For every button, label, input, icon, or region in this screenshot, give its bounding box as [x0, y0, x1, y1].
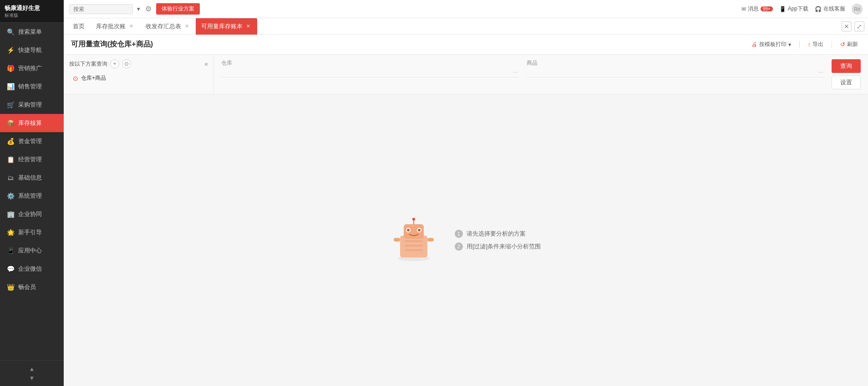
topbar: ▾ ⚙ 体验行业方案 ✉ 消息 99+ 📱 App下载 🎧 在线客服 Rit — [64, 0, 868, 18]
marketing-icon: 🎁 — [6, 64, 15, 72]
sidebar-item-newbie[interactable]: 🌟新手引导 — [0, 223, 64, 242]
empty-state: 1 请先选择要分析的方案 2 用[过滤]条件来缩小分析范围 — [64, 94, 868, 386]
tab-send-summary[interactable]: 收发存汇总表✕ — [140, 18, 196, 35]
message-label: 消息 — [748, 5, 759, 13]
sidebar-scroll-up[interactable]: ▲ — [0, 364, 64, 373]
enterprise-icon: 🏢 — [6, 210, 15, 218]
refresh-btn[interactable]: ↺ 刷新 — [838, 39, 861, 50]
sidebar: 畅康通好生意 标准版 🔍搜索菜单⚡快捷导航🎁营销推广📊销售管理🛒采购管理📦库存核… — [0, 0, 64, 386]
sidebar-item-sales[interactable]: 📊销售管理 — [0, 77, 64, 96]
export-btn[interactable]: ↑ 导出 — [805, 39, 827, 50]
app-download-btn[interactable]: 📱 App下载 — [779, 5, 808, 13]
purchase-icon: 🛒 — [6, 101, 15, 109]
svg-rect-11 — [405, 240, 423, 242]
hint-text-1: 请先选择要分析的方案 — [467, 230, 526, 238]
finance-icon: 💰 — [6, 137, 15, 145]
filter-scheme-label: 按以下方案查询 — [69, 60, 107, 68]
sidebar-item-search[interactable]: 🔍搜索菜单 — [0, 23, 64, 41]
sidebar-scroll-down[interactable]: ▼ — [0, 373, 64, 382]
goods-input[interactable] — [527, 69, 815, 75]
warehouse-input[interactable] — [221, 69, 510, 75]
tab-label-batch-account: 库存批次账 — [96, 22, 126, 31]
svg-rect-13 — [405, 249, 423, 251]
sidebar-item-system[interactable]: ⚙️系统管理 — [0, 187, 64, 205]
refresh-label: 刷新 — [847, 41, 858, 48]
settings-btn[interactable]: 设置 — [832, 76, 861, 89]
tab-batch-account[interactable]: 库存批次账✕ — [91, 18, 140, 35]
sidebar-item-label-newbie: 新手引导 — [18, 228, 42, 237]
app-name: 畅康通好生意 — [5, 5, 59, 12]
svg-point-6 — [418, 229, 421, 232]
tab-home[interactable]: 首页 — [67, 18, 91, 35]
tab-close-available-ledger[interactable]: ✕ — [245, 23, 251, 30]
empty-hint-2: 2 用[过滤]条件来缩小分析范围 — [455, 242, 541, 251]
sidebar-item-marketing[interactable]: 🎁营销推广 — [0, 59, 64, 77]
sidebar-item-label-basic: 基础信息 — [18, 174, 42, 182]
empty-hint-1: 1 请先选择要分析的方案 — [455, 230, 526, 238]
goods-label: 商品 — [527, 59, 825, 67]
hint-num-2: 2 — [455, 242, 463, 251]
query-btn[interactable]: 查询 — [832, 59, 861, 73]
sidebar-bottom: ▲ ▼ — [0, 360, 64, 386]
collapse-btn[interactable]: « — [204, 60, 208, 67]
sidebar-item-basic[interactable]: 🗂基础信息 — [0, 169, 64, 187]
sidebar-item-inventory[interactable]: 📦库存核算 — [0, 114, 64, 132]
search-input[interactable] — [69, 4, 133, 14]
sidebar-item-label-enterprise: 企业协同 — [18, 210, 42, 218]
message-btn[interactable]: ✉ 消息 99+ — [741, 5, 773, 13]
add-scheme-btn[interactable]: + — [110, 59, 119, 68]
sidebar-scroll: 🔍搜索菜单⚡快捷导航🎁营销推广📊销售管理🛒采购管理📦库存核算💰资金管理📋经营管理… — [0, 23, 64, 360]
sidebar-item-label-inventory: 库存核算 — [18, 119, 42, 127]
sidebar-item-label-purchase: 采购管理 — [18, 101, 42, 109]
warehouse-more-btn[interactable]: ··· — [512, 69, 519, 75]
membership-icon: 👑 — [6, 283, 15, 291]
app-center-icon: 📱 — [6, 247, 15, 255]
filter-left: 按以下方案查询 + ⊙ « ⊙ 仓库+商品 — [64, 55, 214, 94]
sidebar-item-label-app-center: 应用中心 — [18, 247, 42, 255]
scheme-item-warehouse-goods[interactable]: ⊙ 仓库+商品 — [69, 72, 208, 84]
sidebar-item-purchase[interactable]: 🛒采购管理 — [0, 96, 64, 114]
industry-btn[interactable]: 体验行业方案 — [156, 3, 200, 15]
svg-rect-9 — [394, 238, 400, 242]
main-area: ▾ ⚙ 体验行业方案 ✉ 消息 99+ 📱 App下载 🎧 在线客服 Rit — [64, 0, 868, 386]
tab-label-send-summary: 收发存汇总表 — [146, 22, 181, 31]
print-dropdown-icon[interactable]: ▾ — [788, 41, 791, 48]
scheme-item-label: 仓库+商品 — [81, 74, 106, 82]
gear-icon[interactable]: ⚙ — [145, 5, 152, 13]
print-btn[interactable]: 🖨 按模板打印 ▾ — [749, 39, 794, 50]
sidebar-item-finance[interactable]: 💰资金管理 — [0, 132, 64, 150]
tab-available-ledger[interactable]: 可用量库存账本✕ — [196, 18, 257, 35]
sidebar-item-enterprise[interactable]: 🏢企业协同 — [0, 205, 64, 223]
tabs-actions: ✕ ⤢ — [842, 21, 864, 31]
warehouse-label: 仓库 — [221, 59, 519, 67]
system-icon: ⚙️ — [6, 192, 15, 200]
settings-scheme-btn[interactable]: ⊙ — [122, 59, 131, 68]
svg-rect-10 — [427, 238, 434, 242]
app-version: 标准版 — [5, 12, 59, 19]
scheme-icon: ⊙ — [73, 75, 78, 82]
sidebar-item-label-sales: 销售管理 — [18, 82, 42, 91]
sidebar-item-operations[interactable]: 📋经营管理 — [0, 150, 64, 169]
sidebar-item-label-search: 搜索菜单 — [18, 28, 42, 36]
maximize-btn[interactable]: ⤢ — [854, 21, 864, 31]
empty-text: 1 请先选择要分析的方案 2 用[过滤]条件来缩小分析范围 — [455, 230, 541, 251]
tab-close-batch-account[interactable]: ✕ — [128, 23, 134, 30]
export-label: 导出 — [812, 41, 823, 48]
online-service-btn[interactable]: 🎧 在线客服 — [815, 5, 845, 13]
sidebar-item-label-marketing: 营销推广 — [18, 64, 42, 72]
sidebar-item-label-finance: 资金管理 — [18, 137, 42, 145]
page-content: 可用量查询(按仓库+商品) 🖨 按模板打印 ▾ ↑ 导出 ↺ 刷新 — [64, 35, 868, 386]
avatar[interactable]: Rit — [852, 4, 863, 15]
empty-content: 1 请先选择要分析的方案 2 用[过滤]条件来缩小分析范围 — [391, 217, 541, 263]
sidebar-item-membership[interactable]: 👑畅会员 — [0, 278, 64, 296]
dropdown-arrow[interactable]: ▾ — [135, 4, 142, 14]
sidebar-item-label-shortcut: 快捷导航 — [18, 46, 42, 54]
close-tab-btn[interactable]: ✕ — [842, 21, 852, 31]
sidebar-item-wechat[interactable]: 💬企业微信 — [0, 260, 64, 278]
sidebar-item-shortcut[interactable]: ⚡快捷导航 — [0, 41, 64, 59]
sidebar-item-app-center[interactable]: 📱应用中心 — [0, 242, 64, 260]
mobile-icon: 📱 — [779, 6, 786, 12]
goods-more-btn[interactable]: ··· — [817, 69, 824, 75]
inventory-icon: 📦 — [6, 119, 15, 127]
tab-close-send-summary[interactable]: ✕ — [183, 23, 190, 30]
